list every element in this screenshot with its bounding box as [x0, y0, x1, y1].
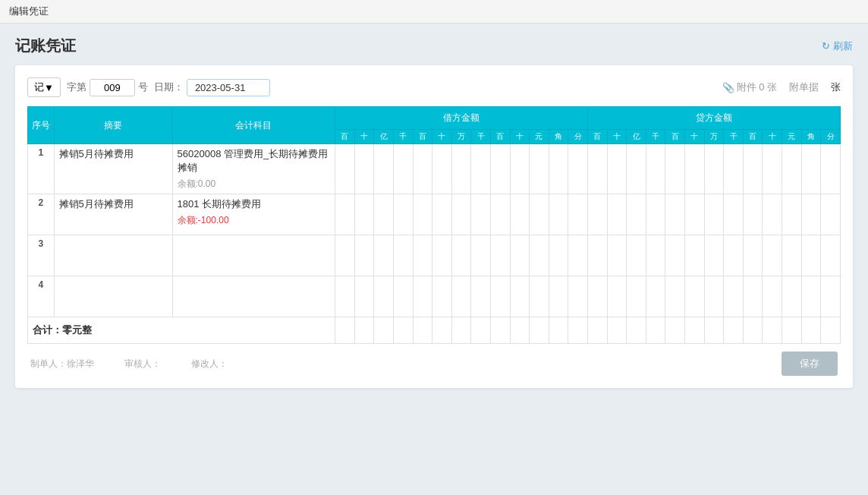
row3-credit-11[interactable]	[782, 235, 802, 276]
row3-debit-5[interactable]	[413, 235, 432, 276]
row1-debit-12[interactable]	[549, 144, 568, 194]
row4-credit-3[interactable]	[627, 276, 646, 317]
row4-debit-9[interactable]	[490, 276, 510, 317]
row3-debit-4[interactable]	[393, 235, 413, 276]
row2-credit-8[interactable]	[724, 194, 744, 235]
row4-debit-6[interactable]	[432, 276, 452, 317]
row3-credit-4[interactable]	[646, 235, 665, 276]
row1-credit-11[interactable]	[782, 144, 802, 194]
row2-debit-7[interactable]	[451, 194, 471, 235]
row3-debit-10[interactable]	[510, 235, 530, 276]
row-account-3[interactable]	[172, 235, 335, 276]
row3-debit-3[interactable]	[374, 235, 394, 276]
row1-debit-10[interactable]	[510, 144, 530, 194]
row1-credit-4[interactable]	[646, 144, 665, 194]
type-dropdown[interactable]: 记 ▼	[27, 77, 61, 97]
row3-credit-1[interactable]	[587, 235, 607, 276]
row1-credit-7[interactable]	[704, 144, 724, 194]
row4-credit-6[interactable]	[685, 276, 705, 317]
row4-credit-11[interactable]	[782, 276, 802, 317]
row4-credit-10[interactable]	[763, 276, 782, 317]
row2-credit-4[interactable]	[646, 194, 665, 235]
row3-credit-7[interactable]	[704, 235, 724, 276]
row4-debit-11[interactable]	[530, 276, 549, 317]
row1-debit-7[interactable]	[451, 144, 471, 194]
row4-debit-1[interactable]	[335, 276, 355, 317]
row-account-4[interactable]	[172, 276, 335, 317]
row2-debit-10[interactable]	[510, 194, 530, 235]
row2-debit-12[interactable]	[549, 194, 568, 235]
row1-credit-6[interactable]	[685, 144, 705, 194]
row1-credit-10[interactable]	[763, 144, 782, 194]
row3-credit-13[interactable]	[821, 235, 841, 276]
row-account-1[interactable]: 56020008 管理费用_长期待摊费用摊销余额:0.00	[172, 144, 335, 194]
refresh-button[interactable]: ↻ 刷新	[822, 39, 853, 53]
row4-debit-8[interactable]	[471, 276, 491, 317]
row3-credit-9[interactable]	[743, 235, 763, 276]
row3-credit-3[interactable]	[627, 235, 646, 276]
row1-debit-9[interactable]	[490, 144, 510, 194]
row3-debit-9[interactable]	[490, 235, 510, 276]
row4-debit-2[interactable]	[354, 276, 374, 317]
row3-debit-12[interactable]	[549, 235, 568, 276]
row2-debit-5[interactable]	[413, 194, 432, 235]
row3-credit-5[interactable]	[665, 235, 685, 276]
row4-credit-12[interactable]	[801, 276, 821, 317]
row3-debit-6[interactable]	[432, 235, 452, 276]
row3-debit-1[interactable]	[335, 235, 355, 276]
row3-credit-6[interactable]	[685, 235, 705, 276]
row2-credit-5[interactable]	[665, 194, 685, 235]
zi-input[interactable]	[90, 79, 135, 96]
row1-credit-1[interactable]	[587, 144, 607, 194]
row2-credit-2[interactable]	[607, 194, 627, 235]
row3-credit-2[interactable]	[607, 235, 627, 276]
row2-credit-13[interactable]	[821, 194, 841, 235]
row1-credit-8[interactable]	[724, 144, 744, 194]
row4-credit-13[interactable]	[821, 276, 841, 317]
row2-debit-11[interactable]	[530, 194, 549, 235]
row2-debit-3[interactable]	[374, 194, 394, 235]
row-summary-2[interactable]: 摊销5月待摊费用	[54, 194, 172, 235]
row3-debit-13[interactable]	[568, 235, 588, 276]
row1-credit-5[interactable]	[665, 144, 685, 194]
row2-debit-2[interactable]	[354, 194, 374, 235]
row2-debit-8[interactable]	[471, 194, 491, 235]
row4-debit-12[interactable]	[549, 276, 568, 317]
row1-debit-1[interactable]	[335, 144, 355, 194]
row2-credit-9[interactable]	[743, 194, 763, 235]
row4-debit-13[interactable]	[568, 276, 588, 317]
row2-debit-6[interactable]	[432, 194, 452, 235]
row2-debit-1[interactable]	[335, 194, 355, 235]
row4-debit-3[interactable]	[374, 276, 394, 317]
row2-credit-1[interactable]	[587, 194, 607, 235]
row4-credit-8[interactable]	[724, 276, 744, 317]
row2-debit-9[interactable]	[490, 194, 510, 235]
row4-debit-10[interactable]	[510, 276, 530, 317]
row4-credit-4[interactable]	[646, 276, 665, 317]
row3-debit-7[interactable]	[451, 235, 471, 276]
row3-debit-11[interactable]	[530, 235, 549, 276]
row4-credit-7[interactable]	[704, 276, 724, 317]
row4-debit-5[interactable]	[413, 276, 432, 317]
row2-credit-10[interactable]	[763, 194, 782, 235]
row1-debit-3[interactable]	[374, 144, 394, 194]
row-account-2[interactable]: 1801 长期待摊费用余额:-100.00	[172, 194, 335, 235]
row2-credit-3[interactable]	[627, 194, 646, 235]
row1-credit-12[interactable]	[801, 144, 821, 194]
row1-debit-11[interactable]	[530, 144, 549, 194]
row4-credit-2[interactable]	[607, 276, 627, 317]
row-summary-3[interactable]	[54, 235, 172, 276]
row2-debit-13[interactable]	[568, 194, 588, 235]
row1-credit-9[interactable]	[743, 144, 763, 194]
row1-debit-6[interactable]	[432, 144, 452, 194]
row1-credit-2[interactable]	[607, 144, 627, 194]
row2-credit-6[interactable]	[685, 194, 705, 235]
row3-credit-12[interactable]	[801, 235, 821, 276]
row4-debit-7[interactable]	[451, 276, 471, 317]
row1-debit-5[interactable]	[413, 144, 432, 194]
row4-debit-4[interactable]	[393, 276, 413, 317]
date-input[interactable]	[187, 79, 270, 96]
row2-credit-12[interactable]	[801, 194, 821, 235]
row2-debit-4[interactable]	[393, 194, 413, 235]
row3-debit-2[interactable]	[354, 235, 374, 276]
